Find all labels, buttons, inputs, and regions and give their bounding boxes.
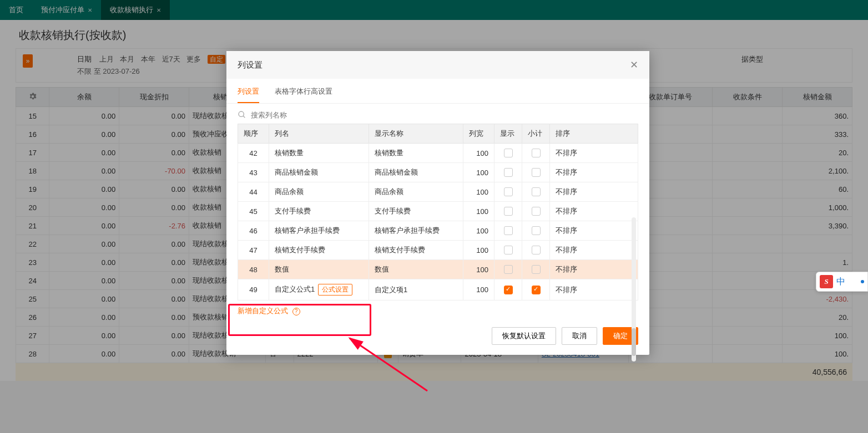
cancel-button[interactable]: 取消 xyxy=(562,327,597,345)
svg-line-1 xyxy=(243,116,245,118)
cell-show[interactable] xyxy=(494,260,522,279)
cell-colname: 支付手续费 xyxy=(269,202,369,221)
cell-dispname[interactable]: 核销支付手续费 xyxy=(369,241,463,260)
cell-show[interactable] xyxy=(494,163,522,182)
modal-tab-columns[interactable]: 列设置 xyxy=(238,86,259,103)
checkbox-subtotal[interactable] xyxy=(532,168,541,177)
column-row[interactable]: 47核销支付手续费核销支付手续费100不排序 xyxy=(238,241,638,260)
cell-show[interactable] xyxy=(494,202,522,221)
checkbox-subtotal[interactable] xyxy=(532,187,541,196)
checkbox-show[interactable] xyxy=(504,149,513,157)
cell-order: 45 xyxy=(238,202,269,221)
column-row[interactable]: 48数值数值100不排序 xyxy=(238,260,638,279)
checkbox-subtotal[interactable] xyxy=(532,207,541,216)
cell-sort[interactable]: 不排序 xyxy=(550,202,638,221)
cell-dispname[interactable]: 核销客户承担手续费 xyxy=(369,221,463,241)
mh-sub: 小计 xyxy=(522,124,550,144)
cell-sort[interactable]: 不排序 xyxy=(550,241,638,260)
cell-show[interactable] xyxy=(494,221,522,241)
column-row[interactable]: 43商品核销金额商品核销金额100不排序 xyxy=(238,163,638,182)
checkbox-subtotal[interactable] xyxy=(532,286,541,294)
checkbox-subtotal[interactable] xyxy=(532,246,541,254)
add-custom-formula-link[interactable]: 新增自定义公式 xyxy=(238,307,288,315)
cell-sub[interactable] xyxy=(522,279,550,300)
cell-colname: 核销支付手续费 xyxy=(269,241,369,260)
column-row[interactable]: 42核销数量核销数量100不排序 xyxy=(238,144,638,163)
ime-lang: 中 xyxy=(836,276,845,288)
column-row[interactable]: 44商品余额商品余额100不排序 xyxy=(238,182,638,202)
checkbox-show[interactable] xyxy=(504,226,513,235)
cell-sort[interactable]: 不排序 xyxy=(550,144,638,163)
cell-sort[interactable]: 不排序 xyxy=(550,279,638,300)
checkbox-show[interactable] xyxy=(504,246,513,254)
cell-width[interactable]: 100 xyxy=(463,202,494,221)
checkbox-subtotal[interactable] xyxy=(532,226,541,235)
column-row[interactable]: 46核销客户承担手续费核销客户承担手续费100不排序 xyxy=(238,221,638,241)
cell-sub[interactable] xyxy=(522,221,550,241)
cell-width[interactable]: 100 xyxy=(463,279,494,300)
checkbox-show[interactable] xyxy=(504,168,513,177)
cell-colname: 核销数量 xyxy=(269,144,369,163)
cell-sub[interactable] xyxy=(522,202,550,221)
cell-colname: 商品核销金额 xyxy=(269,163,369,182)
cell-order: 49 xyxy=(238,279,269,300)
scrollbar-thumb[interactable] xyxy=(632,328,636,356)
cell-sub[interactable] xyxy=(522,260,550,279)
cell-show[interactable] xyxy=(494,279,522,300)
cell-sort[interactable]: 不排序 xyxy=(550,260,638,279)
checkbox-show[interactable] xyxy=(504,265,513,274)
cell-dispname[interactable]: 数值 xyxy=(369,260,463,279)
cell-sort[interactable]: 不排序 xyxy=(550,221,638,241)
mh-sort: 排序 xyxy=(550,124,638,144)
cell-colname: 数值 xyxy=(269,260,369,279)
modal-close-button[interactable]: ✕ xyxy=(630,59,638,71)
formula-settings-button[interactable]: 公式设置 xyxy=(318,284,352,296)
mh-show: 显示 xyxy=(494,124,522,144)
cell-dispname[interactable]: 支付手续费 xyxy=(369,202,463,221)
ime-indicator[interactable]: S 中 xyxy=(816,272,868,292)
cell-sub[interactable] xyxy=(522,144,550,163)
cell-width[interactable]: 100 xyxy=(463,221,494,241)
cell-show[interactable] xyxy=(494,182,522,202)
svg-point-0 xyxy=(239,111,244,116)
checkbox-show[interactable] xyxy=(504,286,513,294)
checkbox-show[interactable] xyxy=(504,187,513,196)
cell-sub[interactable] xyxy=(522,163,550,182)
cell-order: 47 xyxy=(238,241,269,260)
column-row[interactable]: 49自定义公式1公式设置自定义项1100不排序 xyxy=(238,279,638,300)
modal-tab-font[interactable]: 表格字体行高设置 xyxy=(275,86,332,103)
checkbox-show[interactable] xyxy=(504,207,513,216)
cell-sort[interactable]: 不排序 xyxy=(550,182,638,202)
cell-order: 48 xyxy=(238,260,269,279)
column-table: 顺序 列名 显示名称 列宽 显示 小计 排序 42核销数量核销数量100不排序4… xyxy=(238,124,638,300)
cell-order: 44 xyxy=(238,182,269,202)
cell-dispname[interactable]: 自定义项1 xyxy=(369,279,463,300)
cell-width[interactable]: 100 xyxy=(463,182,494,202)
cell-width[interactable]: 100 xyxy=(463,144,494,163)
column-settings-modal: 列设置 ✕ 列设置 表格字体行高设置 顺序 列名 显示名称 列宽 显示 小计 排… xyxy=(226,51,649,355)
cell-colname: 商品余额 xyxy=(269,182,369,202)
cell-width[interactable]: 100 xyxy=(463,163,494,182)
column-row[interactable]: 45支付手续费支付手续费100不排序 xyxy=(238,202,638,221)
cell-dispname[interactable]: 商品余额 xyxy=(369,182,463,202)
cell-colname: 核销客户承担手续费 xyxy=(269,221,369,241)
mh-width: 列宽 xyxy=(463,124,494,144)
cell-sub[interactable] xyxy=(522,241,550,260)
reset-default-button[interactable]: 恢复默认设置 xyxy=(492,327,556,345)
cell-order: 42 xyxy=(238,144,269,163)
cell-width[interactable]: 100 xyxy=(463,241,494,260)
checkbox-subtotal[interactable] xyxy=(532,149,541,157)
cell-dispname[interactable]: 商品核销金额 xyxy=(369,163,463,182)
column-search-input[interactable] xyxy=(251,111,638,119)
help-icon[interactable]: ? xyxy=(292,308,300,315)
cell-sort[interactable]: 不排序 xyxy=(550,163,638,182)
mh-col: 列名 xyxy=(269,124,369,144)
cell-sub[interactable] xyxy=(522,182,550,202)
checkbox-subtotal[interactable] xyxy=(532,265,541,274)
cell-dispname[interactable]: 核销数量 xyxy=(369,144,463,163)
cell-order: 46 xyxy=(238,221,269,241)
cell-show[interactable] xyxy=(494,144,522,163)
mh-order: 顺序 xyxy=(238,124,269,144)
cell-width[interactable]: 100 xyxy=(463,260,494,279)
cell-show[interactable] xyxy=(494,241,522,260)
